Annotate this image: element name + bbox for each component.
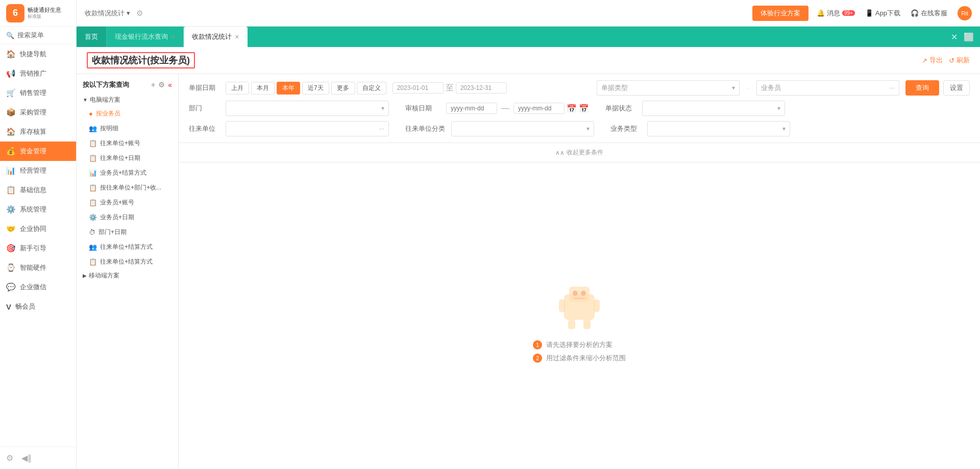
salesperson-label: 业务员 [761,83,781,92]
query-button[interactable]: 查询 [905,80,939,96]
scheme-collapse-icon[interactable]: « [168,81,172,89]
export-button[interactable]: ↗ 导出 [922,56,943,65]
date-btn-more[interactable]: 更多 [331,82,355,95]
dept-select[interactable]: ▾ [226,101,389,116]
sidebar-item-purchase[interactable]: 📦 采购管理 [0,103,76,122]
scheme-item-partner-method1[interactable]: 👥 往来单位+结算方式 [77,240,178,254]
footer-settings-icon[interactable]: ⚙ [6,453,13,463]
partner-label: 往来单位 [189,124,219,133]
settings-button[interactable]: 设置 [943,80,970,96]
page-title: 收款情况统计(按业务员) [87,52,195,68]
sidebar-item-wechat[interactable]: 💬 企业微信 [0,277,76,297]
sidebar-item-guide[interactable]: 🎯 新手引导 [0,239,76,258]
inventory-icon: 🏠 [6,127,16,136]
trial-button[interactable]: 体验行业方案 [752,6,808,21]
doc-status-select[interactable]: ▾ [642,101,785,116]
date-btn-last7[interactable]: 近7天 [302,82,329,95]
partner-select[interactable]: ··· [226,121,389,136]
date-from-input[interactable] [393,82,444,93]
refresh-button[interactable]: ↺ 刷新 [949,56,970,65]
tab-receipt[interactable]: 收款情况统计 × [184,27,248,47]
sidebar-item-finance[interactable]: 💰 资金管理 [0,142,76,161]
close-window-icon[interactable]: ✕ [951,32,958,42]
biz-type-select[interactable]: ▾ [647,121,790,136]
svg-rect-4 [573,297,585,299]
date-btn-this-month[interactable]: 本月 [251,82,275,95]
scheme-item-salesperson-date[interactable]: ⚙️ 业务员+日期 [77,210,178,225]
online-service-label: 在线客服 [921,9,947,18]
scheme-item-by-salesperson[interactable]: ● 按业务员 [77,106,178,121]
scheme-item-partner-dept-receipt[interactable]: 📋 按往来单位+部门+收... [77,180,178,195]
desktop-group-label: 电脑端方案 [90,96,120,104]
calendar-from-icon[interactable]: 📅 [567,104,577,113]
search-icon: 🔍 [6,32,14,39]
date-btn-this-year[interactable]: 本年 [277,82,300,95]
date-btn-custom[interactable]: 自定义 [357,82,386,95]
sidebar-item-system[interactable]: ⚙️ 系统管理 [0,200,76,219]
doc-type-select[interactable]: 单据类型 ▾ [597,80,740,96]
online-service-item[interactable]: 🎧 在线客服 [911,9,947,18]
scheme-add-icon[interactable]: + [151,81,155,89]
sidebar-item-inventory[interactable]: 🏠 库存核算 [0,122,76,142]
sidebar-item-operations[interactable]: 📊 经营管理 [0,161,76,180]
settings-icon[interactable]: ⚙ [136,9,143,18]
sidebar-item-sales[interactable]: 🛒 销售管理 [0,83,76,103]
tab-receipt-close[interactable]: × [235,33,239,41]
wechat-icon: 💬 [6,283,16,292]
maximize-window-icon[interactable]: ⬜ [964,32,974,42]
logo-badge: 标准版 [28,13,61,20]
scheme-group-desktop[interactable]: ▼ 电脑端方案 [77,93,178,106]
sidebar-item-basic[interactable]: 📋 基础信息 [0,180,76,200]
scheme-item-salesperson-method[interactable]: 📊 业务员+结算方式 [77,166,178,180]
page-title-bar: 收款情况统计(按业务员) ↗ 导出 ↺ 刷新 [77,47,980,74]
scheme-item-salesperson-account[interactable]: 📋 业务员+账号 [77,195,178,210]
collapse-button[interactable]: ∧∧ 收起更多条件 [555,148,603,157]
tab-home-label: 首页 [85,32,98,41]
review-date-from-input[interactable] [446,103,497,114]
date-to-input[interactable] [456,82,507,93]
tab-home[interactable]: 首页 [77,27,107,47]
scheme-settings-icon[interactable]: ⚙ [158,81,165,89]
sidebar-item-label: 智能硬件 [20,263,46,272]
dept-label: 部门 [189,104,219,113]
footer-collapse-icon[interactable]: ◀∥ [21,453,32,463]
detail-icon: 👥 [89,125,97,132]
logo-icon: 6 [6,4,24,22]
scheme-item-label: 往来单位+结算方式 [100,257,172,266]
top-header: 收款情况统计 ▾ ⚙ 体验行业方案 🔔 消息 99+ 📱 App下载 🎧 在 [77,0,980,27]
salesperson-arrow-icon: ··· [890,84,895,91]
search-menu-item[interactable]: 🔍 搜索菜单 [0,27,76,44]
sidebar-item-marketing[interactable]: 📢 营销推广 [0,64,76,83]
scheme-item-by-detail[interactable]: 👥 按明细 [77,121,178,136]
tab-bar: 首页 现金银行流水查询 × 收款情况统计 × ✕ ⬜ [77,27,980,47]
date-btn-last-month[interactable]: 上月 [226,82,249,95]
calendar-to-icon[interactable]: 📅 [579,104,589,113]
app-download-item[interactable]: 📱 App下载 [865,9,900,18]
scheme-item-partner-account[interactable]: 📋 往来单位+账号 [77,136,178,151]
svg-point-2 [573,291,578,296]
collapse-label: 收起更多条件 [567,148,603,157]
user-text: Rit [961,10,968,16]
partner-category-arrow-icon: ▾ [586,125,590,132]
notification-item[interactable]: 🔔 消息 99+ [817,9,855,18]
user-avatar[interactable]: Rit [958,6,972,20]
svg-rect-5 [559,299,565,312]
review-date-to-input[interactable] [513,103,565,114]
salesperson-select[interactable]: 业务员 ··· [756,80,899,96]
tab-bank-close[interactable]: × [171,33,175,41]
scheme-title: 按以下方案查询 [83,80,129,89]
sidebar-item-enterprise[interactable]: 🤝 企业协同 [0,219,76,239]
page-container: 收款情况统计(按业务员) ↗ 导出 ↺ 刷新 按以下方案查询 + [77,47,980,469]
sidebar-item-member[interactable]: V 畅会员 [0,297,76,316]
tab-bank[interactable]: 现金银行流水查询 × [107,27,184,47]
sales-icon: 🛒 [6,88,16,98]
scheme-item-partner-method2[interactable]: 📋 往来单位+结算方式 [77,254,178,269]
scheme-item-partner-date[interactable]: 📋 往来单位+日期 [77,151,178,166]
scheme-item-dept-date[interactable]: ⏱ 部门+日期 [77,225,178,240]
sidebar-item-quicknav[interactable]: 🏠 快捷导航 [0,44,76,64]
mobile-group-label: 移动端方案 [89,271,119,280]
scheme-group-mobile[interactable]: ▶ 移动端方案 [77,269,178,282]
app-download-label: App下载 [875,9,900,18]
partner-category-select[interactable]: ▾ [451,121,594,136]
sidebar-item-hardware[interactable]: ⌚ 智能硬件 [0,258,76,277]
